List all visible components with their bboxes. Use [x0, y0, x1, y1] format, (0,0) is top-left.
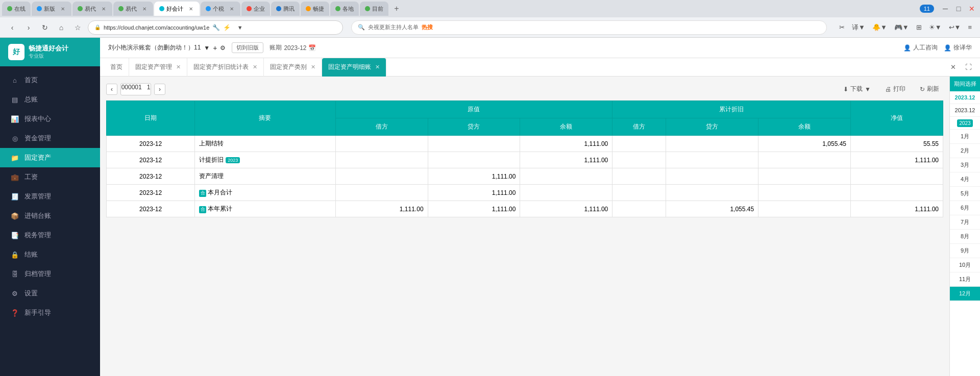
browser-tab-9[interactable]: 畅捷 [301, 2, 329, 16]
browser-tab-10[interactable]: 各地 [330, 2, 359, 16]
page-number-input[interactable]: 000001 1 [120, 83, 151, 95]
sidebar-item-closing[interactable]: 🔒 结账 [0, 245, 100, 264]
support-btn[interactable]: 👤 人工咨询 [903, 43, 938, 52]
cell-orig-credit: 1,111.00 [428, 168, 520, 185]
sidebar-item-reports[interactable]: 📊 报表中心 [0, 109, 100, 129]
cell-orig-balance [520, 185, 612, 201]
sidebar-label-fixed-assets: 固定资产 [24, 153, 51, 162]
maximize-btn[interactable]: □ [952, 3, 965, 15]
cell-accum-balance [758, 168, 851, 185]
undo-btn[interactable]: ↩▼ [947, 22, 963, 32]
scissors-btn[interactable]: ✂ [837, 22, 847, 32]
address-input[interactable]: 🔒 https://cloud.chanjet.com/accounting/u… [88, 20, 343, 35]
right-panel-header: 期间选择 [950, 77, 980, 91]
close-tab-6[interactable]: ✕ [228, 5, 235, 12]
browser-tab-2[interactable]: 新版 ✕ [32, 2, 71, 16]
close-browser-btn[interactable]: ✕ [966, 3, 978, 15]
right-panel-item[interactable]: 8月 [950, 230, 980, 244]
search-bar[interactable]: 🔍 央视更新主持人名单 热搜 [351, 20, 827, 35]
content-expand-btn[interactable]: ⛶ [961, 60, 976, 75]
close-tab-depreciation-stats[interactable]: ✕ [253, 64, 257, 70]
close-tab-fixed-assets[interactable]: ✕ [176, 64, 181, 70]
sidebar-item-tax[interactable]: 📑 税务管理 [0, 225, 100, 245]
tab-depreciation-stats[interactable]: 固定资产折旧统计表 ✕ [187, 58, 264, 77]
close-tab-5[interactable]: ✕ [187, 5, 194, 12]
sidebar-item-fund[interactable]: ◎ 资金管理 [0, 129, 100, 148]
bookmark-btn[interactable]: ☆ [71, 21, 84, 34]
browser-tab-6[interactable]: 个税 ✕ [201, 2, 240, 16]
tab-asset-category[interactable]: 固定资产类别 ✕ [264, 58, 322, 77]
right-panel-item[interactable]: 6月 [950, 201, 980, 215]
browser-tab-5[interactable]: 好会计 ✕ [154, 2, 200, 16]
browser-tab-11[interactable]: 目前 [360, 2, 388, 16]
tab-home-label: 首页 [110, 63, 122, 71]
right-panel-item[interactable]: 2023.12 [950, 104, 980, 117]
print-btn[interactable]: 🖨 打印 [881, 83, 910, 95]
brightness-btn[interactable]: ☀▼ [927, 22, 944, 32]
translate-btn[interactable]: 译▼ [850, 22, 867, 33]
next-page-btn[interactable]: › [154, 84, 165, 95]
wallet-btn[interactable]: 🐥▼ [870, 22, 889, 32]
close-tab-2[interactable]: ✕ [59, 5, 66, 12]
content-close-btn[interactable]: ✕ [945, 60, 961, 75]
grid-btn[interactable]: ⊞ [914, 22, 924, 32]
sidebar-item-settings[interactable]: ⚙ 设置 [0, 284, 100, 303]
right-panel-item[interactable]: 7月 [950, 215, 980, 230]
menu-btn[interactable]: ≡ [966, 22, 974, 32]
browser-tab-4[interactable]: 易代 ✕ [113, 2, 153, 16]
game-btn[interactable]: 🎮▼ [892, 22, 911, 32]
page-count: 1 [147, 84, 151, 91]
close-tab-asset-category[interactable]: ✕ [311, 64, 315, 70]
back-btn[interactable]: ‹ [6, 21, 18, 34]
tab-fixed-assets[interactable]: 固定资产管理 ✕ [129, 58, 187, 77]
tab-asset-ledger[interactable]: 固定资产明细账 ✕ [322, 58, 386, 77]
tab-home[interactable]: 首页 [104, 58, 129, 77]
user-btn[interactable]: 👤 徐译华 [944, 43, 972, 52]
browser-tab-1[interactable]: 在线 [2, 2, 31, 16]
right-panel-item[interactable]: 2023.12 [950, 91, 980, 104]
close-tab-asset-ledger[interactable]: ✕ [375, 64, 380, 70]
reload-btn[interactable]: ↻ [39, 21, 51, 34]
close-tab-3[interactable]: ✕ [100, 5, 107, 12]
right-panel-item[interactable]: 11月 [950, 272, 980, 287]
home-btn[interactable]: ⌂ [55, 21, 67, 34]
add-account-btn[interactable]: + [213, 44, 217, 52]
sidebar-item-invoice[interactable]: 🧾 发票管理 [0, 187, 100, 206]
switch-version-btn[interactable]: 切到旧版 [232, 42, 263, 53]
right-panel-item[interactable]: 10月 [950, 258, 980, 272]
th-original-value: 原值 [335, 101, 612, 118]
sidebar-item-fixed-assets[interactable]: 📁 固定资产 [0, 148, 100, 167]
sidebar-item-home[interactable]: ⌂ 首页 [0, 70, 100, 90]
calendar-icon[interactable]: 📅 [308, 44, 316, 52]
page-number-value: 000001 [121, 84, 142, 91]
sidebar-item-guide[interactable]: ❓ 新手引导 [0, 303, 100, 322]
right-panel-item[interactable]: 4月 [950, 172, 980, 187]
account-settings-btn[interactable]: ⚙ [220, 44, 226, 52]
browser-tab-8[interactable]: 腾讯 [271, 2, 300, 16]
right-panel-item[interactable]: 1月 [950, 130, 980, 144]
minimize-btn[interactable]: ─ [939, 3, 951, 15]
right-panel-item[interactable]: 2月 [950, 144, 980, 158]
right-panel-item[interactable]: 3月 [950, 158, 980, 172]
search-placeholder: 央视更新主持人名单 [368, 23, 419, 31]
search-icon: 🔍 [358, 24, 365, 31]
sidebar-item-general-ledger[interactable]: ▤ 总账 [0, 90, 100, 109]
browser-tab-3[interactable]: 易代 ✕ [72, 2, 112, 16]
sidebar-item-archive[interactable]: 🗄 归档管理 [0, 264, 100, 284]
sidebar-item-payroll[interactable]: 💼 工资 [0, 167, 100, 187]
right-panel-item[interactable]: 5月 [950, 187, 980, 201]
forward-btn[interactable]: › [22, 21, 35, 34]
download-btn[interactable]: ⬇ 下载 ▼ [839, 83, 875, 95]
payroll-icon: 💼 [10, 172, 19, 182]
right-panel-item[interactable]: 2023 [950, 117, 980, 130]
refresh-btn[interactable]: ↻ 刷新 [916, 83, 943, 95]
company-dropdown-icon[interactable]: ▼ [204, 44, 210, 52]
right-panel-item[interactable]: 9月 [950, 244, 980, 258]
prev-page-btn[interactable]: ‹ [106, 84, 117, 95]
address-dropdown[interactable]: ▼ [234, 21, 246, 34]
right-panel-item[interactable]: 12月 [950, 287, 980, 301]
sidebar-item-purchase-sales[interactable]: 📦 进销台账 [0, 206, 100, 225]
close-tab-4[interactable]: ✕ [141, 5, 148, 12]
browser-tab-7[interactable]: 企业 [241, 2, 270, 16]
new-tab-button[interactable]: + [389, 2, 404, 16]
